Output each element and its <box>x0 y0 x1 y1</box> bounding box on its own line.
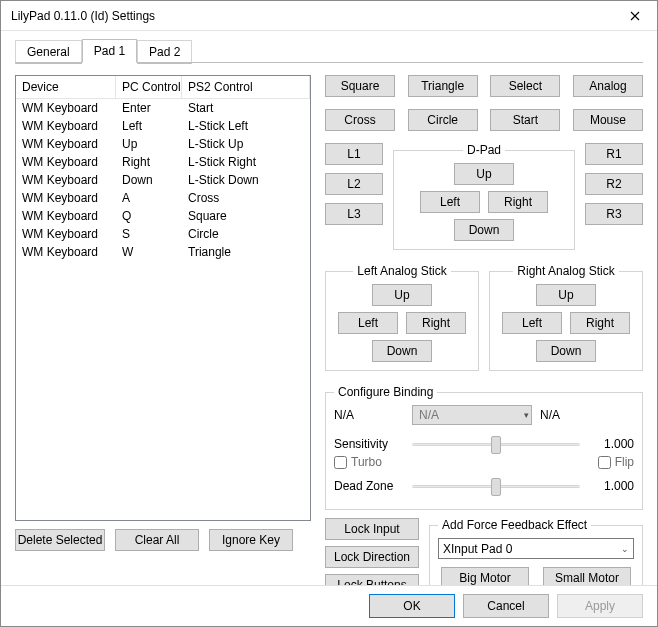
l3-button[interactable]: L3 <box>325 203 383 225</box>
flip-checkbox-label: Flip <box>615 455 634 469</box>
sensitivity-label: Sensitivity <box>334 437 404 451</box>
cell-device: WM Keyboard <box>16 135 116 153</box>
right-stick-legend: Right Analog Stick <box>513 264 618 278</box>
rstick-up-button[interactable]: Up <box>536 284 596 306</box>
cell-device: WM Keyboard <box>16 153 116 171</box>
triangle-button[interactable]: Triangle <box>408 75 478 97</box>
table-row[interactable]: WM KeyboardACross <box>16 189 310 207</box>
binding-after-label: N/A <box>540 408 560 422</box>
cell-device: WM Keyboard <box>16 243 116 261</box>
close-button[interactable] <box>613 1 657 30</box>
tab-pad1[interactable]: Pad 1 <box>82 39 137 63</box>
table-row[interactable]: WM KeyboardLeftL-Stick Left <box>16 117 310 135</box>
table-row[interactable]: WM KeyboardQSquare <box>16 207 310 225</box>
ffe-legend: Add Force Feedback Effect <box>438 518 591 532</box>
table-row[interactable]: WM KeyboardWTriangle <box>16 243 310 261</box>
lock-input-button[interactable]: Lock Input <box>325 518 419 540</box>
clear-all-button[interactable]: Clear All <box>115 529 199 551</box>
table-row[interactable]: WM KeyboardUpL-Stick Up <box>16 135 310 153</box>
sensitivity-value: 1.000 <box>588 437 634 451</box>
dpad-legend: D-Pad <box>463 143 505 157</box>
r2-button[interactable]: R2 <box>585 173 643 195</box>
r3-button[interactable]: R3 <box>585 203 643 225</box>
flip-checkbox-input[interactable] <box>598 456 611 469</box>
lstick-down-button[interactable]: Down <box>372 340 432 362</box>
cell-pc: Q <box>116 207 182 225</box>
l1-button[interactable]: L1 <box>325 143 383 165</box>
start-button[interactable]: Start <box>490 109 560 131</box>
rstick-left-button[interactable]: Left <box>502 312 562 334</box>
l2-button[interactable]: L2 <box>325 173 383 195</box>
lstick-left-button[interactable]: Left <box>338 312 398 334</box>
rstick-right-button[interactable]: Right <box>570 312 630 334</box>
tab-bar: General Pad 1 Pad 2 <box>15 39 643 63</box>
cell-ps2: L-Stick Left <box>182 117 310 135</box>
cell-device: WM Keyboard <box>16 99 116 117</box>
tab-pad2[interactable]: Pad 2 <box>137 40 192 64</box>
r1-button[interactable]: R1 <box>585 143 643 165</box>
dpad-right-button[interactable]: Right <box>488 191 548 213</box>
content-area: General Pad 1 Pad 2 Device PC Control PS… <box>1 31 657 587</box>
binding-combo[interactable]: N/A ▾ <box>412 405 532 425</box>
cell-ps2: L-Stick Up <box>182 135 310 153</box>
deadzone-slider[interactable] <box>412 473 580 499</box>
table-row[interactable]: WM KeyboardEnterStart <box>16 99 310 117</box>
table-row[interactable]: WM KeyboardRightL-Stick Right <box>16 153 310 171</box>
cell-ps2: Cross <box>182 189 310 207</box>
cancel-button[interactable]: Cancel <box>463 594 549 618</box>
col-device[interactable]: Device <box>16 76 116 99</box>
titlebar: LilyPad 0.11.0 (Id) Settings <box>1 1 657 31</box>
cell-device: WM Keyboard <box>16 225 116 243</box>
cell-pc: A <box>116 189 182 207</box>
settings-window: LilyPad 0.11.0 (Id) Settings General Pad… <box>0 0 658 627</box>
cell-ps2: Triangle <box>182 243 310 261</box>
table-row[interactable]: WM KeyboardDownL-Stick Down <box>16 171 310 189</box>
circle-button[interactable]: Circle <box>408 109 478 131</box>
delete-selected-button[interactable]: Delete Selected <box>15 529 105 551</box>
cell-ps2: Start <box>182 99 310 117</box>
dpad-down-button[interactable]: Down <box>454 219 514 241</box>
turbo-checkbox-input[interactable] <box>334 456 347 469</box>
cell-device: WM Keyboard <box>16 207 116 225</box>
sensitivity-slider[interactable] <box>412 431 580 457</box>
mouse-button[interactable]: Mouse <box>573 109 643 131</box>
ignore-key-button[interactable]: Ignore Key <box>209 529 293 551</box>
right-stick-group: Right Analog Stick Up Left Right Down <box>489 264 643 371</box>
ffe-device-combo[interactable]: XInput Pad 0 ⌄ <box>438 538 634 559</box>
analog-button[interactable]: Analog <box>573 75 643 97</box>
cell-pc: W <box>116 243 182 261</box>
deadzone-value: 1.000 <box>588 479 634 493</box>
lstick-up-button[interactable]: Up <box>372 284 432 306</box>
dpad-up-button[interactable]: Up <box>454 163 514 185</box>
rstick-down-button[interactable]: Down <box>536 340 596 362</box>
cell-ps2: Square <box>182 207 310 225</box>
square-button[interactable]: Square <box>325 75 395 97</box>
left-stick-legend: Left Analog Stick <box>353 264 450 278</box>
bindings-header: Device PC Control PS2 Control <box>16 76 310 99</box>
select-button[interactable]: Select <box>490 75 560 97</box>
ok-button[interactable]: OK <box>369 594 455 618</box>
cross-button[interactable]: Cross <box>325 109 395 131</box>
deadzone-label: Dead Zone <box>334 479 404 493</box>
cell-ps2: L-Stick Right <box>182 153 310 171</box>
bindings-list[interactable]: Device PC Control PS2 Control WM Keyboar… <box>15 75 311 521</box>
col-pc-control[interactable]: PC Control <box>116 76 182 99</box>
ffe-device-value: XInput Pad 0 <box>443 542 512 556</box>
cell-pc: Right <box>116 153 182 171</box>
cell-device: WM Keyboard <box>16 117 116 135</box>
table-row[interactable]: WM KeyboardSCircle <box>16 225 310 243</box>
tab-pane: Device PC Control PS2 Control WM Keyboar… <box>15 62 643 586</box>
lstick-right-button[interactable]: Right <box>406 312 466 334</box>
turbo-checkbox[interactable]: Turbo <box>334 455 382 469</box>
binding-name-label: N/A <box>334 408 404 422</box>
tab-general[interactable]: General <box>15 40 82 64</box>
apply-button[interactable]: Apply <box>557 594 643 618</box>
col-ps2-control[interactable]: PS2 Control <box>182 76 310 99</box>
dialog-footer: OK Cancel Apply <box>1 586 657 626</box>
cell-device: WM Keyboard <box>16 171 116 189</box>
cell-pc: S <box>116 225 182 243</box>
dpad-left-button[interactable]: Left <box>420 191 480 213</box>
lock-direction-button[interactable]: Lock Direction <box>325 546 419 568</box>
flip-checkbox[interactable]: Flip <box>598 455 634 469</box>
cell-pc: Enter <box>116 99 182 117</box>
